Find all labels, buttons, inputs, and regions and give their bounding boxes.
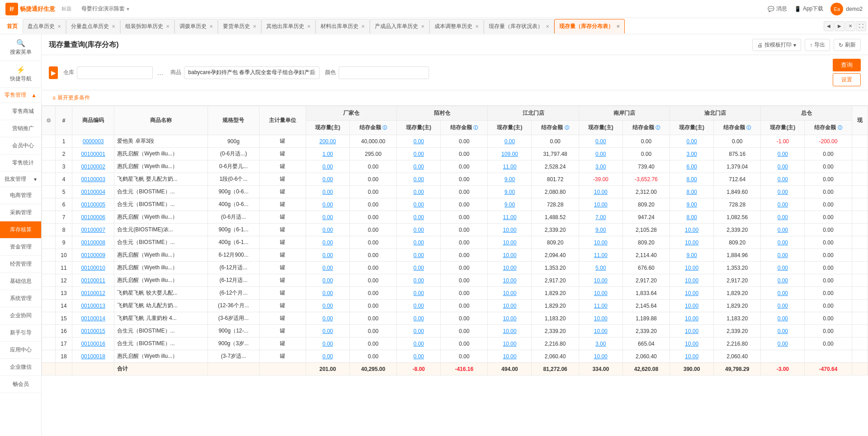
table-cell[interactable]: 0.00 (579, 148, 623, 160)
sidebar-item-wechat-work[interactable]: 企业微信 (0, 359, 41, 376)
settings-cog-icon[interactable]: ⚙ (46, 117, 51, 124)
toggle-btn[interactable]: ▶ (49, 66, 58, 79)
table-cell[interactable]: 0.00 (761, 338, 805, 350)
table-wrap[interactable]: ⚙ # 商品编码 商品名称 规格型号 主计量单位 厂家仓 陌村仓 江北门店 南岸… (42, 106, 868, 436)
table-cell[interactable]: 0.00 (761, 300, 805, 312)
tab-fpdd[interactable]: 分量盘点单历史 ✕ (66, 19, 120, 33)
table-cell[interactable]: 0.00 (306, 249, 349, 262)
tab-ccrk[interactable]: 产成品入库单历史 ✕ (370, 19, 429, 33)
close-icon[interactable]: ✕ (112, 24, 115, 29)
close-icon-active[interactable]: ✕ (616, 24, 620, 29)
table-cell[interactable]: 00100012 (72, 287, 114, 300)
table-cell[interactable]: 0.00 (761, 325, 805, 338)
table-cell[interactable]: 10.00 (488, 300, 532, 312)
table-cell[interactable]: 0.00 (397, 350, 441, 363)
table-cell[interactable]: 00100010 (72, 262, 114, 274)
user-section[interactable]: Ea demo2 (830, 3, 863, 15)
table-cell[interactable]: 00100008 (72, 236, 114, 249)
table-cell[interactable]: 0.00 (306, 312, 349, 325)
table-cell[interactable]: 0.00 (761, 274, 805, 287)
tab-dbd[interactable]: 调拨单历史 ✕ (175, 19, 218, 33)
table-cell[interactable]: 8.00 (670, 211, 714, 224)
table-cell[interactable]: -39.00 (579, 173, 623, 186)
export-btn[interactable]: ↑ 导出 (805, 39, 830, 51)
table-cell[interactable]: 00100004 (72, 186, 114, 198)
table-cell[interactable]: 0.00 (306, 325, 349, 338)
table-cell[interactable]: 0.00 (761, 173, 805, 186)
table-cell[interactable]: 0.00 (306, 224, 349, 236)
table-cell[interactable]: 5.00 (579, 262, 623, 274)
close-icon[interactable]: ✕ (361, 24, 365, 29)
table-cell[interactable]: 9.00 (488, 173, 532, 186)
table-cell[interactable]: 3.00 (670, 148, 714, 160)
sidebar-item-members[interactable]: 会员中心 (0, 137, 41, 155)
industry-selector[interactable]: 母婴行业演示陈套 ▾ (81, 5, 129, 13)
table-cell[interactable]: 0.00 (761, 148, 805, 160)
table-cell[interactable]: 0.00 (397, 198, 441, 211)
table-cell[interactable]: 3.00 (579, 338, 623, 350)
table-cell[interactable]: 9.00 (579, 224, 623, 236)
table-cell[interactable]: 0.00 (397, 249, 441, 262)
table-cell[interactable]: 00100014 (72, 312, 114, 325)
message-btn[interactable]: 💬 消息 (768, 5, 787, 13)
table-cell[interactable]: 11.00 (579, 300, 623, 312)
table-cell[interactable]: 00100015 (72, 325, 114, 338)
table-cell[interactable]: 0.00 (306, 160, 349, 173)
table-cell[interactable]: 0.00 (761, 249, 805, 262)
sidebar-item-system[interactable]: 系统管理 (0, 290, 41, 307)
table-cell[interactable]: 0.00 (397, 325, 441, 338)
sidebar-item-app-center[interactable]: 应用中心 (0, 342, 41, 359)
table-cell[interactable]: 11.00 (579, 249, 623, 262)
table-cell[interactable]: 0.00 (306, 211, 349, 224)
table-cell[interactable]: 10.00 (670, 300, 714, 312)
table-cell[interactable]: 0.00 (761, 160, 805, 173)
tab-cbtz[interactable]: 成本调整单历史 ✕ (429, 19, 484, 33)
table-cell[interactable]: 10.00 (579, 312, 623, 325)
table-cell[interactable]: 10.00 (670, 262, 714, 274)
sidebar-item-basic-info[interactable]: 基础信息 (0, 273, 41, 290)
table-cell[interactable]: 0.00 (397, 262, 441, 274)
table-cell[interactable]: 10.00 (488, 325, 532, 338)
close-icon[interactable]: ✕ (209, 24, 213, 29)
goods-input[interactable] (184, 66, 320, 79)
table-cell[interactable]: 11.00 (488, 160, 532, 173)
sidebar-item-search[interactable]: 🔍 搜索英单 (0, 34, 41, 61)
table-cell[interactable]: 0.00 (397, 312, 441, 325)
table-cell[interactable]: -1.00 (761, 135, 805, 148)
close-icon[interactable]: ✕ (253, 24, 256, 29)
table-cell[interactable]: 3.00 (579, 160, 623, 173)
table-cell[interactable]: 0.00 (761, 211, 805, 224)
table-cell[interactable]: 10.00 (488, 338, 532, 350)
tab-zzcc[interactable]: 组装拆卸单历史 ✕ (120, 19, 175, 33)
table-cell[interactable]: 0.00 (306, 236, 349, 249)
table-cell[interactable]: 0.00 (306, 173, 349, 186)
sidebar-item-collab[interactable]: 企业协同 (0, 307, 41, 324)
table-cell[interactable]: 00100007 (72, 224, 114, 236)
tab-pdd[interactable]: 盘点单历史 ✕ (23, 19, 66, 33)
sidebar-item-retail-mall[interactable]: 零售商城 (0, 103, 41, 120)
app-download-btn[interactable]: 📱 App下载 (794, 5, 823, 13)
th-settings[interactable]: ⚙ (42, 106, 56, 135)
tab-expand-btn[interactable]: ⛶ (856, 21, 866, 31)
table-cell[interactable]: 10.00 (488, 249, 532, 262)
table-cell[interactable]: 11.00 (488, 211, 532, 224)
tab-next-btn[interactable]: ▶ (835, 21, 844, 31)
table-cell[interactable]: 0.00 (397, 186, 441, 198)
table-cell[interactable]: 0.00 (306, 287, 349, 300)
table-cell[interactable]: 00100009 (72, 249, 114, 262)
table-cell[interactable]: 00100001 (72, 148, 114, 160)
table-cell[interactable]: 10.00 (670, 224, 714, 236)
table-cell[interactable]: 10.00 (670, 274, 714, 287)
table-cell[interactable]: 0.00 (761, 287, 805, 300)
table-cell[interactable]: 10.00 (488, 274, 532, 287)
table-cell[interactable]: 00100003 (72, 173, 114, 186)
table-cell[interactable]: 1.00 (306, 148, 349, 160)
table-cell[interactable]: 0.00 (306, 350, 349, 363)
table-cell[interactable]: 10.00 (488, 287, 532, 300)
table-cell[interactable]: 10.00 (670, 287, 714, 300)
table-cell[interactable]: 10.00 (670, 312, 714, 325)
table-cell[interactable]: 10.00 (488, 224, 532, 236)
tab-home[interactable]: 首页 (2, 19, 23, 33)
expand-conditions-btn[interactable]: ≡ 展开更多条件 (49, 92, 94, 103)
table-cell[interactable]: 0.00 (761, 186, 805, 198)
